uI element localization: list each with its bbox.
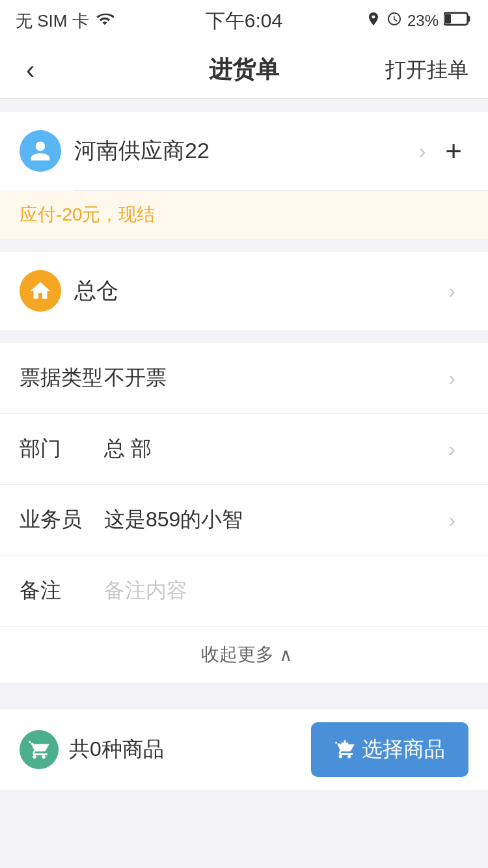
supplier-avatar (20, 130, 61, 172)
carrier-text: 无 SIM 卡 (16, 10, 89, 33)
location-icon (366, 11, 381, 31)
salesman-value: 这是859的小智 (104, 506, 448, 534)
product-icon-circle (20, 730, 59, 769)
warehouse-card[interactable]: 总仓 › (0, 252, 488, 330)
invoice-type-label: 票据类型 (20, 364, 104, 392)
department-row[interactable]: 部门 总 部 › (0, 413, 488, 484)
department-chevron-icon: › (448, 437, 455, 461)
person-icon (29, 139, 52, 163)
wifi-icon (96, 10, 114, 33)
section-gap-3 (0, 330, 488, 343)
warehouse-row[interactable]: 总仓 › (0, 252, 488, 330)
status-bar: 无 SIM 卡 下午6:04 23% (0, 0, 488, 42)
supplier-name: 河南供应商22 (74, 136, 419, 166)
supplier-card: 河南供应商22 › + 应付-20元，现结 (0, 112, 488, 239)
department-value: 总 部 (104, 435, 448, 463)
svg-rect-2 (445, 14, 451, 24)
open-pending-button[interactable]: 打开挂单 (385, 56, 468, 85)
page-container: 无 SIM 卡 下午6:04 23% (0, 0, 488, 868)
battery-text: 23% (407, 12, 439, 30)
collapse-label: 收起更多 (201, 642, 274, 667)
alarm-icon (386, 11, 402, 31)
select-product-button[interactable]: 选择商品 (311, 722, 468, 777)
collapse-row[interactable]: 收起更多 ∧ (0, 626, 488, 683)
status-time: 下午6:04 (206, 8, 282, 34)
invoice-type-chevron-icon: › (448, 366, 455, 390)
remark-row[interactable]: 备注 备注内容 (0, 555, 488, 626)
select-product-label: 选择商品 (362, 735, 445, 764)
nav-bar: ‹ 进货单 打开挂单 (0, 42, 488, 99)
section-gap-2 (0, 239, 488, 252)
salesman-row[interactable]: 业务员 这是859的小智 › (0, 484, 488, 555)
warehouse-icon-circle (20, 270, 61, 312)
warehouse-name: 总仓 (74, 276, 448, 306)
bottom-bar: 共0种商品 选择商品 (0, 709, 488, 790)
notice-text: 应付-20元，现结 (20, 204, 155, 224)
invoice-type-value: 不开票 (104, 364, 448, 392)
back-button[interactable]: ‹ (20, 49, 41, 91)
battery-icon (444, 11, 472, 31)
add-supplier-button[interactable]: + (439, 135, 468, 167)
status-right: 23% (366, 11, 472, 31)
section-gap-4 (0, 683, 488, 696)
cart-icon (28, 739, 50, 761)
add-to-cart-icon (334, 739, 355, 760)
notice-banner: 应付-20元，现结 (0, 191, 488, 239)
supplier-row[interactable]: 河南供应商22 › + (0, 112, 488, 190)
department-label: 部门 (20, 435, 104, 463)
remark-label: 备注 (20, 576, 104, 605)
salesman-label: 业务员 (20, 506, 104, 534)
section-gap-1 (0, 99, 488, 112)
collapse-icon: ∧ (279, 644, 293, 666)
warehouse-chevron-icon: › (448, 279, 455, 303)
status-left: 无 SIM 卡 (16, 10, 114, 33)
home-icon (29, 279, 52, 303)
form-card: 票据类型 不开票 › 部门 总 部 › 业务员 这是859的小智 › 备注 备注… (0, 343, 488, 683)
invoice-type-row[interactable]: 票据类型 不开票 › (0, 343, 488, 413)
supplier-chevron-icon: › (419, 139, 426, 163)
nav-title: 进货单 (209, 54, 279, 86)
svg-rect-1 (468, 16, 470, 21)
product-count-text: 共0种商品 (69, 735, 311, 764)
remark-placeholder[interactable]: 备注内容 (104, 576, 468, 605)
salesman-chevron-icon: › (448, 508, 455, 532)
